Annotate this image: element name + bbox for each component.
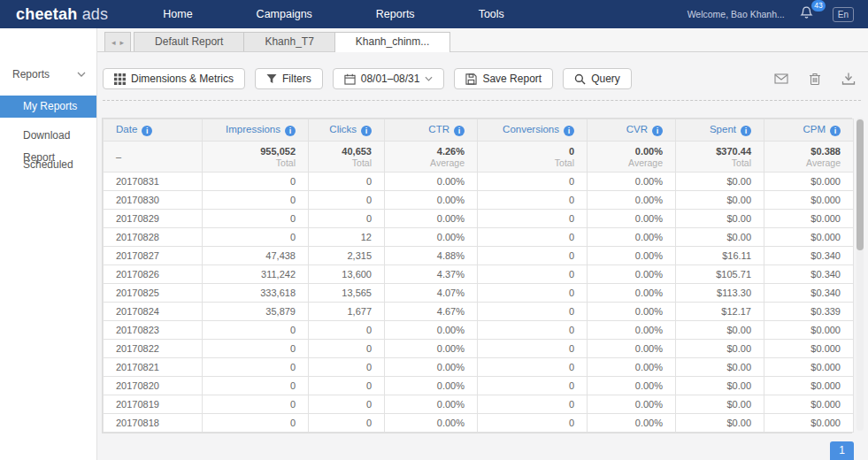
value-cell: 0 bbox=[478, 210, 588, 228]
welcome-user-text[interactable]: Welcome, Bao Khanh... bbox=[687, 9, 785, 19]
language-selector[interactable]: En bbox=[833, 7, 854, 22]
value-cell: 0.00% bbox=[385, 228, 478, 247]
totals-value: 0.00% bbox=[600, 146, 663, 157]
column-header-cvr: CVRi bbox=[588, 119, 676, 142]
chevron-down-icon bbox=[77, 72, 86, 77]
date-cell: 20170825 bbox=[104, 284, 203, 303]
info-icon[interactable]: i bbox=[142, 126, 152, 136]
value-cell: 0 bbox=[309, 395, 385, 414]
value-cell: 4.07% bbox=[385, 284, 478, 303]
sidebar: Reports My Reports Download Report Sched… bbox=[0, 28, 97, 460]
value-cell: $0.00 bbox=[676, 228, 764, 247]
totals-row: –955,052Total40,653Total4.26%Average0Tot… bbox=[104, 142, 854, 172]
tab-scroll-right-icon[interactable]: ▸ bbox=[120, 38, 125, 47]
info-icon[interactable]: i bbox=[564, 126, 574, 136]
column-header-spent: Spenti bbox=[676, 119, 764, 142]
value-cell: $0.000 bbox=[764, 414, 854, 433]
value-cell: 0 bbox=[309, 340, 385, 358]
value-cell: 0 bbox=[478, 303, 588, 321]
value-cell: 0.00% bbox=[385, 191, 478, 210]
value-cell: 0.00% bbox=[588, 265, 676, 284]
value-cell: 0 bbox=[203, 377, 309, 395]
report-toolbar: Dimensions & Metrics Filters 08/01–08/31 bbox=[97, 52, 868, 100]
value-cell: $113.30 bbox=[676, 284, 764, 303]
filters-label: Filters bbox=[282, 73, 311, 85]
trash-icon[interactable] bbox=[808, 72, 822, 86]
value-cell: 0.00% bbox=[385, 414, 478, 433]
table-scrollbar[interactable] bbox=[856, 118, 864, 431]
value-cell: 0 bbox=[309, 191, 385, 210]
value-cell: $0.00 bbox=[676, 358, 764, 377]
value-cell: 0 bbox=[478, 395, 588, 414]
totals-sublabel: Total bbox=[215, 157, 296, 168]
value-cell: 0 bbox=[203, 395, 309, 414]
tab-scroll-left-icon[interactable]: ◂ bbox=[111, 38, 116, 47]
value-cell: 0 bbox=[203, 210, 309, 228]
totals-sublabel: Total bbox=[490, 157, 574, 168]
totals-value: 0 bbox=[490, 146, 574, 157]
value-cell: 13,600 bbox=[309, 265, 385, 284]
totals-cell: 0.00%Average bbox=[588, 142, 676, 172]
info-icon[interactable]: i bbox=[741, 126, 751, 136]
value-cell: $12.17 bbox=[676, 303, 764, 321]
nav-item-home[interactable]: Home bbox=[163, 8, 192, 20]
table-row: 20170823000.00%00.00%$0.00$0.000 bbox=[104, 321, 854, 340]
value-cell: 333,618 bbox=[203, 284, 309, 303]
column-label: CVR bbox=[626, 124, 648, 134]
sidebar-item-download-report[interactable]: Download Report bbox=[0, 125, 96, 147]
filters-button[interactable]: Filters bbox=[255, 68, 323, 89]
totals-sublabel: Total bbox=[688, 157, 751, 168]
tab-default-report[interactable]: Default Report bbox=[134, 32, 244, 51]
sidebar-section-label: Reports bbox=[12, 68, 50, 80]
totals-cell: 0Total bbox=[478, 142, 588, 172]
date-cell: 20170829 bbox=[104, 210, 203, 228]
value-cell: $0.340 bbox=[764, 247, 854, 265]
table-row: 20170818000.00%00.00%$0.00$0.000 bbox=[104, 414, 854, 433]
value-cell: 0 bbox=[203, 228, 309, 247]
sidebar-section-reports[interactable]: Reports bbox=[0, 65, 96, 83]
download-icon[interactable] bbox=[841, 72, 856, 86]
info-icon[interactable]: i bbox=[454, 126, 465, 136]
date-range-button[interactable]: 08/01–08/31 bbox=[333, 68, 445, 89]
value-cell: $0.00 bbox=[676, 377, 764, 395]
pagination-page-1[interactable]: 1 bbox=[830, 441, 854, 460]
nav-item-campaigns[interactable]: Campaigns bbox=[257, 8, 312, 20]
date-cell: 20170830 bbox=[104, 191, 203, 210]
info-icon[interactable]: i bbox=[652, 126, 663, 136]
calendar-icon bbox=[344, 73, 356, 85]
value-cell: 0.00% bbox=[385, 358, 478, 377]
dimensions-metrics-button[interactable]: Dimensions & Metrics bbox=[103, 68, 245, 89]
totals-cell: $0.388Average bbox=[764, 142, 854, 172]
info-icon[interactable]: i bbox=[361, 126, 372, 136]
table-row: 20170822000.00%00.00%$0.00$0.000 bbox=[104, 340, 854, 358]
value-cell: 311,242 bbox=[203, 265, 309, 284]
sidebar-item-scheduled[interactable]: Scheduled bbox=[0, 154, 96, 176]
column-label: Date bbox=[116, 124, 137, 134]
totals-value: $370.44 bbox=[688, 146, 751, 157]
toolbar-right-icons bbox=[774, 72, 856, 86]
mail-icon[interactable] bbox=[774, 72, 788, 86]
info-icon[interactable]: i bbox=[285, 126, 296, 136]
notifications-button[interactable]: 43 bbox=[799, 5, 817, 23]
query-button[interactable]: Query bbox=[563, 68, 632, 89]
info-icon[interactable]: i bbox=[830, 126, 841, 136]
tab-khanh-chinm[interactable]: Khanh_chinm... bbox=[334, 32, 450, 52]
date-cell: 20170822 bbox=[104, 340, 203, 358]
tab-khanh-t7[interactable]: Khanh_T7 bbox=[243, 32, 334, 51]
value-cell: 0 bbox=[309, 358, 385, 377]
nav-item-tools[interactable]: Tools bbox=[479, 8, 504, 20]
value-cell: 0 bbox=[478, 172, 588, 191]
nav-item-reports[interactable]: Reports bbox=[376, 8, 415, 20]
value-cell: $0.000 bbox=[764, 228, 854, 247]
value-cell: 0 bbox=[309, 172, 385, 191]
sidebar-item-my-reports[interactable]: My Reports bbox=[0, 96, 96, 118]
value-cell: 0 bbox=[203, 191, 309, 210]
save-report-button[interactable]: Save Report bbox=[454, 68, 553, 89]
table-scrollbar-thumb[interactable] bbox=[856, 119, 864, 250]
value-cell: 0 bbox=[478, 284, 588, 303]
logo[interactable]: cheetah ads bbox=[16, 5, 108, 24]
value-cell: $0.340 bbox=[764, 284, 854, 303]
date-cell: 20170824 bbox=[104, 303, 203, 321]
value-cell: 0.00% bbox=[588, 247, 676, 265]
tab-scroll-arrows[interactable]: ◂ ▸ bbox=[104, 32, 131, 51]
